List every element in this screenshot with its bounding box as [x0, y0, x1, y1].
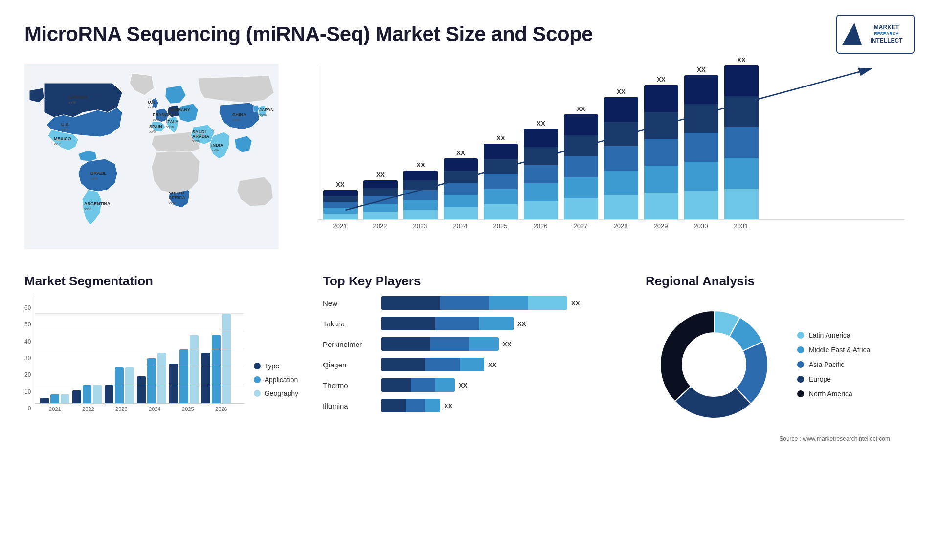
svg-text:xx%: xx%	[148, 105, 155, 109]
player-name: Perkinelmer	[323, 340, 377, 348]
growth-bar-stack	[564, 114, 598, 219]
grid-line	[35, 385, 244, 385]
grid-line	[35, 313, 244, 314]
logo-triangle-icon	[842, 23, 862, 45]
svg-text:JAPAN: JAPAN	[259, 108, 274, 112]
growth-bar-group: XX	[524, 120, 558, 219]
growth-x-label: 2025	[483, 222, 517, 230]
player-row: ThermoXX	[323, 378, 616, 392]
player-bar-label: XX	[488, 361, 496, 368]
seg-x-labels: 202120222023202420252026	[35, 406, 244, 412]
player-bar-segment	[479, 317, 514, 330]
seg-x-label: 2023	[106, 406, 136, 412]
bar-segment	[564, 156, 598, 177]
bar-segment	[403, 180, 438, 190]
segmentation-title: Market Segmentation	[24, 274, 298, 289]
growth-x-label: 2021	[323, 222, 357, 230]
world-map: CANADA xx% U.S. xx% MEXICO xx% BRAZIL xx…	[24, 64, 279, 249]
bar-segment	[444, 195, 478, 207]
growth-x-label: 2023	[403, 222, 437, 230]
world-map-section: CANADA xx% U.S. xx% MEXICO xx% BRAZIL xx…	[24, 59, 308, 264]
player-bar-label: XX	[571, 300, 580, 307]
bar-segment	[323, 196, 358, 202]
bar-segment	[684, 162, 718, 191]
bar-segment	[484, 204, 518, 219]
growth-bar-group: XX	[644, 76, 678, 219]
bar-segment	[444, 207, 478, 219]
growth-bar-stack	[644, 85, 678, 219]
player-bar-segment	[381, 337, 430, 351]
player-bar-container: XX	[381, 399, 616, 412]
donut-center	[683, 334, 745, 395]
svg-text:xx%: xx%	[169, 201, 176, 205]
bar-segment	[403, 200, 438, 210]
growth-bar-label-top: XX	[737, 56, 745, 64]
players-title: Top Key Players	[323, 274, 616, 289]
bar-segment	[444, 183, 478, 195]
seg-bar	[169, 364, 178, 403]
bar-segment	[604, 146, 638, 171]
growth-bar-group: XX	[444, 149, 478, 219]
growth-x-label: 2027	[563, 222, 598, 230]
player-name: Illumina	[323, 402, 377, 410]
svg-text:xx%: xx%	[153, 118, 160, 122]
regional-legend-item: North America	[797, 390, 870, 398]
seg-bar	[61, 394, 69, 403]
seg-x-label: 2021	[40, 406, 70, 412]
svg-text:BRAZIL: BRAZIL	[90, 171, 107, 176]
bar-segment	[724, 189, 759, 219]
growth-bars: XXXXXXXXXXXXXXXXXXXXXX	[318, 64, 905, 220]
seg-y-axis: 60 50 40 30 20 10 0	[24, 304, 31, 412]
player-name: Qiagen	[323, 361, 377, 369]
legend-application-label: Application	[265, 376, 298, 384]
player-row: QiagenXX	[323, 358, 616, 371]
svg-text:xx%: xx%	[211, 148, 219, 152]
bar-segment	[524, 201, 558, 219]
bar-segment	[323, 208, 358, 214]
growth-bar-stack	[484, 144, 518, 219]
bar-segment	[644, 139, 678, 166]
player-bar-segment	[470, 337, 499, 351]
bar-segment	[524, 129, 558, 147]
bar-segment	[564, 177, 598, 198]
player-bar-segment	[425, 399, 440, 412]
seg-x-label: 2022	[73, 406, 103, 412]
seg-bar	[201, 353, 210, 403]
player-bar-segment	[435, 378, 455, 392]
player-bar-track	[381, 317, 514, 330]
growth-x-label: 2029	[644, 222, 678, 230]
bar-segment	[604, 122, 638, 146]
player-row: PerkinelmerXX	[323, 337, 616, 351]
player-bar-track	[381, 358, 484, 371]
bar-segment	[403, 171, 438, 180]
regional-legend-item: Latin America	[797, 331, 870, 339]
regional-legend-text: Latin America	[809, 331, 850, 339]
source-text: Source : www.marketresearchintellect.com	[24, 433, 915, 442]
regional-legend-item: Europe	[797, 375, 870, 383]
svg-text:U.K.: U.K.	[148, 100, 156, 105]
seg-bar-group	[40, 394, 69, 403]
main-content: CANADA xx% U.S. xx% MEXICO xx% BRAZIL xx…	[0, 59, 939, 442]
regional-legend-dot	[797, 346, 804, 353]
svg-text:xx%: xx%	[232, 118, 240, 122]
seg-chart-area: 60 50 40 30 20 10 0 20212022202320242025…	[24, 296, 298, 412]
bar-segment	[484, 189, 518, 204]
regional-legend-text: Asia Pacific	[809, 361, 844, 368]
svg-text:INDIA: INDIA	[211, 143, 224, 148]
svg-text:ARABIA: ARABIA	[192, 134, 209, 139]
player-bar-container: XX	[381, 296, 616, 310]
grid-line	[35, 349, 244, 349]
player-bar-container: XX	[381, 337, 616, 351]
player-bar-segment	[489, 296, 528, 310]
seg-bar	[147, 358, 156, 403]
grid-line	[35, 367, 244, 367]
bar-segment	[644, 85, 678, 112]
growth-bar-stack	[684, 75, 718, 219]
growth-bar-group: XX	[564, 105, 598, 219]
svg-text:SOUTH: SOUTH	[169, 191, 184, 195]
bar-segment	[564, 198, 598, 219]
player-bar-container: XX	[381, 317, 616, 330]
player-bar-segment	[440, 296, 489, 310]
bar-segment	[604, 195, 638, 219]
growth-bar-group: XX	[403, 161, 438, 219]
